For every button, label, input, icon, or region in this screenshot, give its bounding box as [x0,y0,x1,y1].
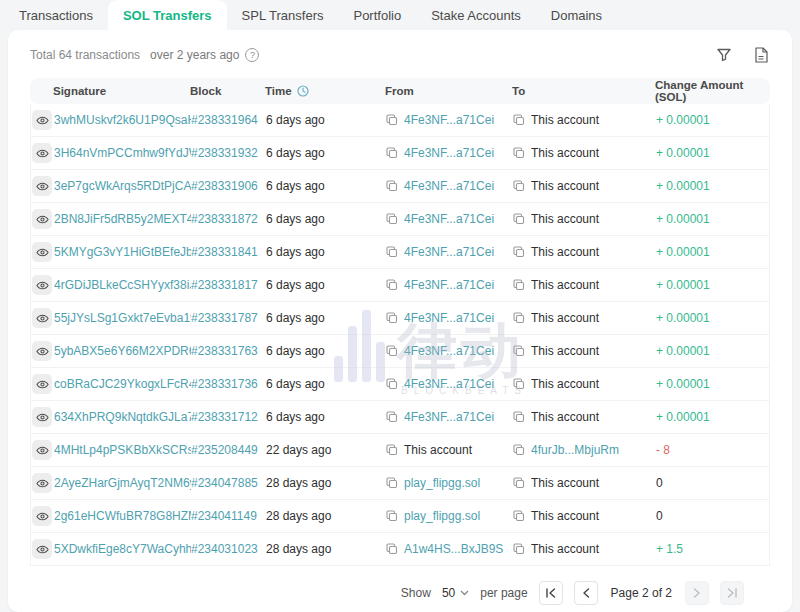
from-address[interactable]: play_flipgg.sol [404,476,480,490]
copy-icon[interactable] [386,246,398,258]
signature-link[interactable]: 5KMYgG3vY1HiGtBEfeJbSF... [54,245,191,259]
copy-icon[interactable] [513,279,525,291]
signature-link[interactable]: 2g61eHCWfuBR78G8HZMxvi... [54,509,191,523]
copy-icon[interactable] [386,378,398,390]
block-link[interactable]: #238331872 [191,212,266,226]
copy-icon[interactable] [513,312,525,324]
block-link[interactable]: #238331906 [191,179,266,193]
signature-link[interactable]: 5ybABX5e6Y66M2XPDR6Zc... [54,344,191,358]
from-address[interactable]: 4Fe3NF...a71Cei [404,410,494,424]
page-size-select[interactable]: 50 [442,586,469,600]
preview-eye-button[interactable] [32,242,52,262]
signature-link[interactable]: 2AyeZHarGjmAyqT2NM6yX5... [54,476,191,490]
copy-icon[interactable] [386,510,398,522]
block-link[interactable]: #238331736 [191,377,266,391]
preview-eye-button[interactable] [32,473,52,493]
download-csv-icon[interactable] [752,46,770,64]
copy-icon[interactable] [386,114,398,126]
copy-icon[interactable] [513,213,525,225]
preview-eye-button[interactable] [32,110,52,130]
signature-link[interactable]: coBRaCJC29YkogxLFcR4Qp... [54,377,191,391]
clock-icon[interactable] [297,85,309,97]
preview-eye-button[interactable] [32,539,52,559]
from-address[interactable]: 4Fe3NF...a71Cei [404,113,494,127]
preview-eye-button[interactable] [32,275,52,295]
copy-icon[interactable] [513,378,525,390]
preview-eye-button[interactable] [32,407,52,427]
block-link[interactable]: #238331817 [191,278,266,292]
block-link[interactable]: #234041149 [191,509,266,523]
block-link[interactable]: #238331932 [191,146,266,160]
filter-icon[interactable] [716,47,732,63]
from-address[interactable]: 4Fe3NF...a71Cei [404,212,494,226]
signature-link[interactable]: 634XhPRQ9kNqtdkGJLa7Rz... [54,410,191,424]
signature-link[interactable]: 4rGDiJBLkeCcSHYyxf38iJyK... [54,278,191,292]
copy-icon[interactable] [513,411,525,423]
copy-icon[interactable] [386,345,398,357]
copy-icon[interactable] [513,114,525,126]
block-link[interactable]: #234031023 [191,542,266,556]
tab-spl-transfers[interactable]: SPL Transfers [227,0,339,30]
preview-eye-button[interactable] [32,176,52,196]
last-page-button[interactable] [720,581,744,605]
block-link[interactable]: #238331964 [191,113,266,127]
prev-page-button[interactable] [574,581,598,605]
to-address[interactable]: 4furJb...MbjuRm [531,443,619,457]
copy-icon[interactable] [386,477,398,489]
block-link[interactable]: #235208449 [191,443,266,457]
copy-icon[interactable] [513,510,525,522]
copy-icon[interactable] [386,543,398,555]
signature-link[interactable]: 4MHtLp4pPSKBbXkSCRsLnf... [54,443,191,457]
next-page-button[interactable] [685,581,709,605]
signature-link[interactable]: 2BN8JiFr5dRB5y2MEXT4wb... [54,212,191,226]
block-link[interactable]: #234047885 [191,476,266,490]
copy-icon[interactable] [386,411,398,423]
signature-link[interactable]: 5XDwkfiEge8cY7WaCyhhzSc... [54,542,191,556]
copy-icon[interactable] [386,213,398,225]
copy-icon[interactable] [513,246,525,258]
tab-portfolio[interactable]: Portfolio [338,0,416,30]
tab-stake-accounts[interactable]: Stake Accounts [416,0,536,30]
preview-eye-button[interactable] [32,506,52,526]
signature-link[interactable]: 3H64nVmPCCmhw9fYdJWa... [54,146,191,160]
question-circle-icon[interactable]: ? [245,48,259,62]
copy-icon[interactable] [513,444,525,456]
signature-link[interactable]: 55jJYsLSg1Gxkt7eEvba1f1M... [54,311,191,325]
copy-icon[interactable] [386,279,398,291]
copy-icon[interactable] [386,180,398,192]
block-link[interactable]: #238331841 [191,245,266,259]
copy-icon[interactable] [513,345,525,357]
copy-icon[interactable] [386,444,398,456]
preview-eye-button[interactable] [32,374,52,394]
from-address[interactable]: 4Fe3NF...a71Cei [404,146,494,160]
tab-transactions[interactable]: Transactions [4,0,108,30]
copy-icon[interactable] [513,147,525,159]
from-address[interactable]: A1w4HS...BxJB9S [404,542,503,556]
from-address[interactable]: 4Fe3NF...a71Cei [404,344,494,358]
signature-link[interactable]: 3eP7gcWkArqs5RDtPjCABQ... [54,179,191,193]
copy-icon[interactable] [513,180,525,192]
block-link[interactable]: #238331763 [191,344,266,358]
from-address[interactable]: play_flipgg.sol [404,509,480,523]
tab-domains[interactable]: Domains [536,0,617,30]
block-link[interactable]: #238331712 [191,410,266,424]
tab-sol-transfers[interactable]: SOL Transfers [108,0,227,30]
time-cell: 28 days ago [266,476,386,490]
preview-eye-button[interactable] [32,308,52,328]
from-address[interactable]: 4Fe3NF...a71Cei [404,179,494,193]
preview-eye-button[interactable] [32,143,52,163]
from-address[interactable]: 4Fe3NF...a71Cei [404,377,494,391]
from-address[interactable]: 4Fe3NF...a71Cei [404,245,494,259]
preview-eye-button[interactable] [32,209,52,229]
from-address[interactable]: 4Fe3NF...a71Cei [404,311,494,325]
block-link[interactable]: #238331787 [191,311,266,325]
from-address[interactable]: 4Fe3NF...a71Cei [404,278,494,292]
copy-icon[interactable] [386,312,398,324]
signature-link[interactable]: 3whMUskvf2k6U1P9QsaHGy... [54,113,191,127]
preview-eye-button[interactable] [32,440,52,460]
copy-icon[interactable] [386,147,398,159]
copy-icon[interactable] [513,543,525,555]
preview-eye-button[interactable] [32,341,52,361]
first-page-button[interactable] [539,581,563,605]
copy-icon[interactable] [513,477,525,489]
